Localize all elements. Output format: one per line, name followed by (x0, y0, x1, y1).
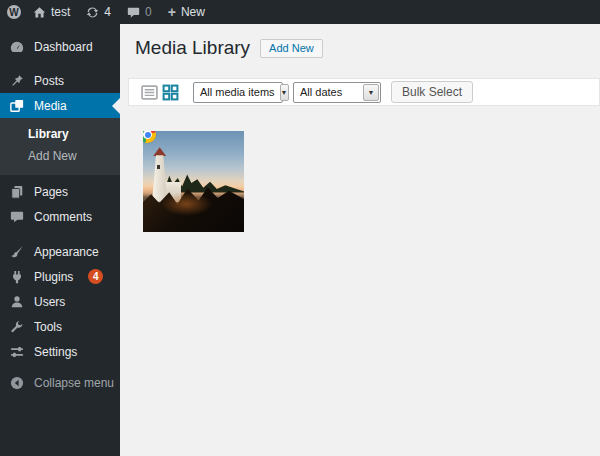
wordpress-menu[interactable]: W (7, 5, 21, 19)
sidebar-item-label: Media (34, 99, 67, 113)
grid-view-icon (162, 84, 179, 101)
sidebar-item-label: Dashboard (34, 40, 93, 54)
photo-lighthouse-window (157, 165, 160, 169)
date-filter-select[interactable]: All dates ▼ (293, 82, 381, 103)
media-item-lighthouse-photo[interactable] (143, 131, 244, 232)
sidebar-item-comments[interactable]: Comments (0, 204, 120, 229)
submenu-item-library[interactable]: Library (0, 123, 120, 145)
media-type-filter-value: All media items (194, 86, 279, 98)
appearance-brush-icon (10, 245, 24, 259)
sidebar-item-plugins[interactable]: Plugins 4 (0, 264, 120, 289)
users-icon (10, 295, 24, 309)
media-submenu: Library Add New (0, 118, 120, 175)
sidebar-item-label: Plugins (34, 270, 73, 284)
pages-icon (10, 185, 24, 199)
plugins-update-badge: 4 (88, 269, 103, 284)
sidebar-item-appearance[interactable]: Appearance (0, 239, 120, 264)
list-view-button[interactable] (141, 84, 158, 101)
sidebar-item-users[interactable]: Users (0, 289, 120, 314)
tools-wrench-icon (10, 320, 24, 334)
page-title: Media Library (135, 37, 250, 59)
grid-view-button[interactable] (162, 84, 179, 101)
collapse-menu-button[interactable]: Collapse menu (0, 370, 120, 395)
sidebar-item-label: Tools (34, 320, 62, 334)
chevron-down-icon: ▼ (368, 89, 375, 96)
sidebar-item-label: Settings (34, 345, 77, 359)
list-view-icon (141, 84, 158, 101)
dropdown-arrow-button: ▼ (363, 84, 379, 101)
new-label: New (181, 5, 205, 19)
collapse-menu-label: Collapse menu (34, 376, 114, 390)
site-name-menu[interactable]: test (33, 5, 70, 19)
sidebar-item-pages[interactable]: Pages (0, 179, 120, 204)
date-filter-value: All dates (294, 86, 346, 98)
dropdown-arrow-button: ▼ (280, 84, 289, 101)
media-type-filter-select[interactable]: All media items ▼ (193, 82, 283, 103)
admin-sidebar: Dashboard Posts Media Library Add New Pa… (0, 24, 120, 456)
settings-sliders-icon (10, 345, 24, 359)
sidebar-item-label: Users (34, 295, 65, 309)
plus-icon: + (168, 5, 176, 19)
sidebar-item-posts[interactable]: Posts (0, 68, 120, 93)
sidebar-item-label: Pages (34, 185, 68, 199)
comments-count: 0 (145, 5, 152, 19)
media-toolbar: All media items ▼ All dates ▼ Bulk Selec… (128, 78, 600, 106)
submenu-item-add-new[interactable]: Add New (0, 145, 120, 167)
wordpress-logo-icon: W (7, 5, 21, 19)
sidebar-item-tools[interactable]: Tools (0, 314, 120, 339)
media-icon (10, 99, 24, 113)
updates-menu[interactable]: 4 (86, 5, 111, 19)
comments-bubble-icon (127, 6, 140, 19)
view-mode-switch (141, 84, 179, 101)
admin-bar: W test 4 0 + New (0, 0, 600, 24)
updates-count: 4 (104, 5, 111, 19)
comments-menu[interactable]: 0 (127, 5, 152, 19)
chevron-down-icon: ▼ (281, 89, 288, 96)
sidebar-item-label: Comments (34, 210, 92, 224)
add-new-button[interactable]: Add New (260, 39, 323, 58)
sidebar-item-label: Posts (34, 74, 64, 88)
main-content: Media Library Add New All media i (120, 24, 600, 456)
sidebar-item-dashboard[interactable]: Dashboard (0, 34, 120, 59)
page-header: Media Library Add New (135, 37, 323, 59)
media-grid (143, 131, 244, 232)
comments-icon (10, 210, 24, 224)
bulk-select-button[interactable]: Bulk Select (391, 81, 473, 103)
sidebar-item-media[interactable]: Media (0, 93, 120, 118)
new-menu[interactable]: + New (168, 5, 205, 19)
sidebar-item-label: Appearance (34, 245, 99, 259)
home-icon (33, 6, 46, 19)
dashboard-icon (10, 40, 24, 54)
pushpin-icon (10, 74, 24, 88)
site-name-label: test (51, 5, 70, 19)
photo-sunlit-rocks (161, 192, 212, 216)
update-icon (86, 6, 99, 19)
sidebar-item-settings[interactable]: Settings (0, 339, 120, 364)
collapse-icon (10, 376, 24, 390)
plugins-icon (10, 270, 24, 284)
